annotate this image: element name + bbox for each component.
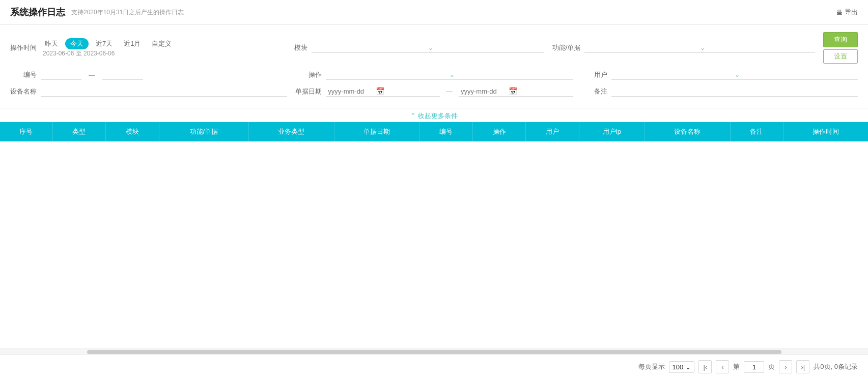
col-user: 用户: [526, 122, 579, 141]
table-header-row: 序号 类型 模块 功能/单据 业务类型 单据日期 编号 操作 用户 用户ip 设…: [0, 122, 868, 141]
collapse-bar[interactable]: ⌃ 收起更多条件: [0, 108, 868, 122]
time-btn-yesterday[interactable]: 昨天: [41, 38, 62, 49]
date-to-wrap: 📅: [459, 86, 573, 97]
collapse-icon: ⌃: [410, 112, 416, 120]
col-operation: 操作: [472, 122, 525, 141]
module-filter-item: 模块 ⌄: [281, 43, 544, 53]
filter-row-2: 编号 — 操作 ⌄ 用户 ⌄: [10, 70, 858, 80]
device-label: 设备名称: [10, 87, 37, 96]
time-buttons: 昨天 今天 近7天 近1月 自定义: [41, 38, 176, 49]
date-from-wrap: 📅: [326, 86, 440, 97]
calendar-from-icon[interactable]: 📅: [376, 87, 384, 95]
next-page-icon: ›: [785, 363, 787, 371]
col-device: 设备名称: [645, 122, 730, 141]
page-title: 系统操作日志: [10, 6, 65, 18]
last-page-icon: ›|: [801, 363, 805, 371]
function-select[interactable]: ⌄: [584, 43, 815, 53]
filter-row-3: 设备名称 单据日期 📅 — 📅 备注: [10, 86, 858, 97]
prev-page-button[interactable]: ‹: [716, 360, 729, 373]
table-header: 序号 类型 模块 功能/单据 业务类型 单据日期 编号 操作 用户 用户ip 设…: [0, 122, 868, 141]
next-page-button[interactable]: ›: [779, 360, 792, 373]
horizontal-scrollbar[interactable]: [0, 348, 868, 355]
time-btn-7days[interactable]: 近7天: [92, 38, 117, 49]
date-dash: —: [444, 88, 455, 95]
col-op-time: 操作时间: [783, 122, 868, 141]
export-button[interactable]: 🖶 导出: [836, 8, 858, 17]
time-label: 操作时间: [10, 43, 37, 52]
operation-label: 操作: [295, 70, 322, 79]
page-subtitle: 支持2020年10月31日之后产生的操作日志: [71, 8, 184, 17]
time-options: 昨天 今天 近7天 近1月 自定义 2023-06-06 至 2023-06-0…: [41, 38, 176, 58]
collapse-label: 收起更多条件: [418, 112, 458, 120]
device-input[interactable]: [41, 86, 287, 97]
first-page-button[interactable]: |‹: [698, 360, 712, 373]
code-input-from[interactable]: [41, 70, 81, 80]
time-btn-custom[interactable]: 自定义: [148, 38, 176, 49]
operation-select[interactable]: ⌄: [326, 70, 572, 80]
function-arrow-icon: ⌄: [700, 44, 813, 51]
export-label: 导出: [845, 8, 858, 17]
remark-filter-item: 备注: [581, 86, 858, 97]
time-filter-item: 操作时间 昨天 今天 近7天 近1月 自定义 2023-06-06 至 2023…: [10, 38, 273, 58]
page-label: 第: [733, 362, 740, 371]
last-page-button[interactable]: ›|: [796, 360, 809, 373]
scrollbar-thumb[interactable]: [87, 350, 781, 354]
user-label: 用户: [581, 70, 607, 79]
operation-arrow-icon: ⌄: [450, 71, 571, 78]
col-user-ip: 用户ip: [579, 122, 645, 141]
function-label: 功能/单据: [552, 43, 581, 52]
date-filter-item: 单据日期 📅 — 📅: [295, 86, 572, 97]
module-select[interactable]: ⌄: [312, 43, 544, 53]
function-filter-item: 功能/单据 ⌄: [552, 43, 815, 53]
code-dash: —: [86, 71, 98, 79]
export-icon: 🖶: [836, 9, 843, 16]
time-range-text: 2023-06-06 至 2023-06-06: [43, 49, 176, 58]
operation-filter-item: 操作 ⌄: [295, 70, 572, 80]
module-label: 模块: [281, 43, 307, 52]
page-number-input[interactable]: [744, 361, 764, 373]
code-filter-item: 编号 —: [10, 70, 287, 80]
filter-row-1: 操作时间 昨天 今天 近7天 近1月 自定义 2023-06-06 至 2023…: [10, 32, 858, 64]
col-code: 编号: [419, 122, 472, 141]
user-select[interactable]: ⌄: [611, 70, 858, 80]
data-table: 序号 类型 模块 功能/单据 业务类型 单据日期 编号 操作 用户 用户ip 设…: [0, 122, 868, 141]
table-area: 序号 类型 模块 功能/单据 业务类型 单据日期 编号 操作 用户 用户ip 设…: [0, 122, 868, 176]
main-content: 操作时间 昨天 今天 近7天 近1月 自定义 2023-06-06 至 2023…: [0, 25, 868, 378]
page-size-select[interactable]: 100 ⌄: [669, 361, 695, 373]
col-date: 单据日期: [334, 122, 419, 141]
settings-button[interactable]: 设置: [823, 49, 858, 64]
prev-page-icon: ‹: [721, 363, 723, 371]
date-label: 单据日期: [295, 87, 322, 96]
col-remark: 备注: [730, 122, 783, 141]
device-filter-item: 设备名称: [10, 86, 287, 97]
page-size-value: 100: [673, 363, 684, 371]
user-arrow-icon: ⌄: [735, 71, 856, 78]
time-btn-today[interactable]: 今天: [65, 38, 89, 49]
col-function: 功能/单据: [159, 122, 248, 141]
calendar-to-icon[interactable]: 📅: [509, 87, 517, 95]
action-buttons: 查询 设置: [823, 32, 858, 64]
page-header: 系统操作日志 支持2020年10月31日之后产生的操作日志 🖶 导出: [0, 0, 868, 25]
remark-input[interactable]: [611, 86, 858, 97]
date-from-input[interactable]: [328, 88, 374, 95]
module-arrow-icon: ⌄: [428, 44, 542, 51]
col-biz-type: 业务类型: [249, 122, 334, 141]
first-page-icon: |‹: [703, 363, 707, 371]
code-input-to[interactable]: [102, 70, 143, 80]
filter-panel: 操作时间 昨天 今天 近7天 近1月 自定义 2023-06-06 至 2023…: [0, 25, 868, 108]
title-area: 系统操作日志 支持2020年10月31日之后产生的操作日志: [10, 6, 184, 18]
col-seq: 序号: [0, 122, 52, 141]
page-size-arrow-icon: ⌄: [685, 363, 691, 371]
pagination-bar: 每页显示 100 ⌄ |‹ ‹ 第 页 › ›| 共0页, 0条记录: [0, 355, 868, 378]
code-label: 编号: [10, 70, 37, 79]
page-size-label: 每页显示: [638, 362, 665, 371]
remark-label: 备注: [581, 87, 607, 96]
page-unit: 页: [768, 362, 775, 371]
col-module: 模块: [106, 122, 159, 141]
col-type: 类型: [52, 122, 105, 141]
total-info: 共0页, 0条记录: [814, 362, 858, 371]
empty-area: [0, 176, 868, 348]
date-to-input[interactable]: [461, 88, 507, 95]
query-button[interactable]: 查询: [823, 32, 858, 47]
time-btn-1month[interactable]: 近1月: [120, 38, 145, 49]
